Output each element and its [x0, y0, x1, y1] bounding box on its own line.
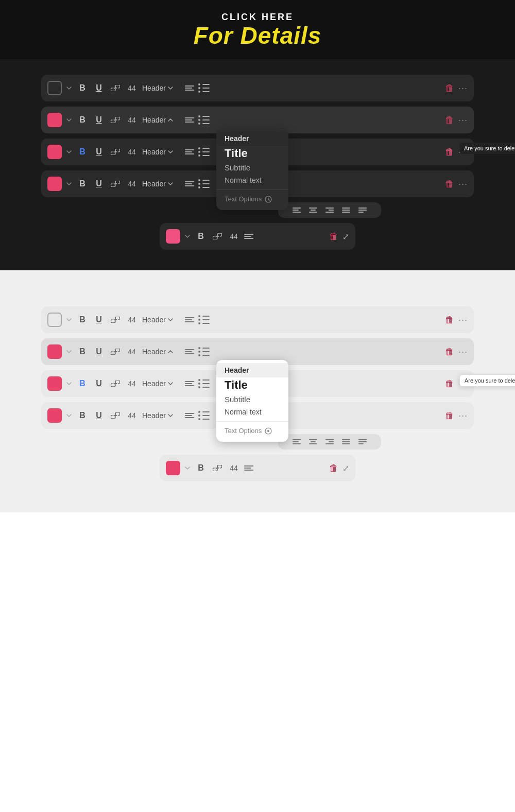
light-dropdown-4[interactable]: Header [142, 411, 181, 420]
light-more-4[interactable]: ··· [458, 410, 468, 421]
light-dropdown-options[interactable]: Text Options [216, 424, 288, 439]
light-bold-1[interactable]: B [76, 315, 89, 324]
light-color-swatch-1[interactable] [47, 313, 62, 327]
light-dropdown-normal[interactable]: Normal text [216, 405, 288, 419]
dropdown-subtitle-option[interactable]: Subtitle [216, 162, 288, 173]
align-center-option-light[interactable] [309, 439, 317, 444]
short-delete-dark[interactable]: 🗑 [329, 231, 338, 242]
bold-button-1[interactable]: B [76, 83, 89, 93]
list-icon-3[interactable] [198, 147, 210, 157]
color-swatch-3[interactable] [47, 145, 62, 159]
light-align-4[interactable] [185, 413, 194, 418]
light-list-4[interactable] [198, 411, 210, 420]
short-align-light[interactable] [244, 465, 253, 471]
align-left-icon-3[interactable] [185, 149, 194, 154]
light-color-swatch-3[interactable] [47, 376, 62, 391]
light-more-1[interactable]: ··· [458, 315, 468, 325]
align-left-icon-2[interactable] [185, 117, 194, 123]
light-dropdown-header[interactable]: Header [216, 363, 288, 377]
align-left-option-dark[interactable] [293, 208, 301, 213]
light-link-2[interactable] [109, 349, 122, 355]
underline-button-1[interactable]: U [93, 83, 105, 93]
list-icon-4[interactable] [198, 179, 210, 188]
light-align-1[interactable] [185, 317, 194, 322]
bold-button-2[interactable]: B [76, 115, 89, 125]
more-button-2[interactable]: ··· [458, 115, 468, 126]
link-button-4[interactable] [109, 181, 122, 187]
dropdown-header-option[interactable]: Header [216, 131, 288, 146]
chevron-down-icon-3[interactable] [66, 149, 72, 155]
style-dropdown-4[interactable]: Header [142, 180, 181, 188]
font-size-4[interactable]: 44 [126, 180, 138, 188]
light-delete-2[interactable]: 🗑 [445, 347, 454, 357]
short-link-light[interactable] [211, 465, 224, 471]
short-align-dark[interactable] [244, 234, 253, 239]
align-distribute-option-dark[interactable] [358, 208, 367, 213]
short-color-swatch-dark[interactable] [166, 229, 180, 244]
align-right-option-dark[interactable] [325, 208, 334, 213]
align-justify-option-dark[interactable] [342, 208, 350, 213]
font-size-1[interactable]: 44 [126, 84, 138, 92]
light-bold-4[interactable]: B [76, 411, 89, 420]
short-delete-light[interactable]: 🗑 [329, 463, 338, 474]
style-dropdown-2[interactable]: Header [142, 116, 181, 124]
short-chevron-dark[interactable] [184, 233, 191, 239]
light-size-1[interactable]: 44 [126, 316, 138, 324]
link-button-1[interactable] [109, 85, 122, 91]
light-bold-2[interactable]: B [76, 347, 89, 356]
underline-button-4[interactable]: U [93, 179, 105, 188]
delete-button-2[interactable]: 🗑 [445, 115, 454, 126]
style-dropdown-3[interactable]: Header [142, 148, 181, 156]
light-dropdown-2[interactable]: Header [142, 348, 181, 356]
light-underline-4[interactable]: U [93, 411, 105, 420]
light-dropdown-title[interactable]: Title [216, 377, 288, 394]
light-color-swatch-4[interactable] [47, 408, 62, 423]
light-size-4[interactable]: 44 [126, 411, 138, 420]
light-dropdown-subtitle[interactable]: Subtitle [216, 394, 288, 405]
align-left-icon-4[interactable] [185, 181, 194, 186]
light-list-2[interactable] [198, 347, 210, 356]
list-icon-2[interactable] [198, 115, 210, 125]
short-link-dark[interactable] [211, 233, 224, 239]
short-expand-light[interactable]: ⤢ [342, 463, 349, 473]
light-link-4[interactable] [109, 412, 122, 419]
color-swatch-1[interactable] [47, 81, 62, 95]
bold-button-3[interactable]: B [76, 147, 89, 157]
underline-button-3[interactable]: U [93, 147, 105, 157]
light-link-3[interactable] [109, 381, 122, 387]
align-left-option-light[interactable] [293, 439, 301, 444]
light-underline-2[interactable]: U [93, 347, 105, 356]
light-dropdown-3[interactable]: Header [142, 379, 181, 388]
delete-button-4[interactable]: 🗑 [445, 179, 454, 189]
link-button-3[interactable] [109, 149, 122, 155]
banner[interactable]: CLICK HERE For Details [0, 0, 515, 59]
font-size-3[interactable]: 44 [126, 148, 138, 156]
align-center-option-dark[interactable] [309, 208, 317, 213]
dropdown-normal-option[interactable]: Normal text [216, 173, 288, 187]
light-underline-1[interactable]: U [93, 315, 105, 324]
short-size-light[interactable]: 44 [228, 464, 240, 472]
light-delete-1[interactable]: 🗑 [445, 315, 454, 325]
chevron-down-icon-1[interactable] [66, 85, 72, 91]
color-swatch-4[interactable] [47, 177, 62, 191]
light-color-swatch-2[interactable] [47, 344, 62, 359]
light-link-1[interactable] [109, 317, 122, 323]
dropdown-title-option[interactable]: Title [216, 146, 288, 162]
style-dropdown-menu-dark[interactable]: Header Title Subtitle Normal text Text O… [216, 128, 288, 210]
bold-button-4[interactable]: B [76, 179, 89, 188]
align-left-icon-1[interactable] [185, 85, 194, 91]
style-dropdown-menu-light[interactable]: Header Title Subtitle Normal text Text O… [216, 360, 288, 442]
more-button-4[interactable]: ··· [458, 179, 468, 189]
align-right-option-light[interactable] [325, 439, 334, 444]
link-button-2[interactable] [109, 117, 122, 123]
light-align-2[interactable] [185, 349, 194, 354]
light-dropdown-1[interactable]: Header [142, 316, 181, 324]
light-delete-3[interactable]: 🗑 Are you sure to delete this text? [445, 378, 454, 389]
light-list-3[interactable] [198, 379, 210, 388]
light-size-2[interactable]: 44 [126, 348, 138, 356]
light-more-2[interactable]: ··· [458, 347, 468, 357]
color-swatch-2[interactable] [47, 113, 62, 127]
light-chevron-3[interactable] [66, 381, 72, 387]
style-dropdown-1[interactable]: Header [142, 84, 181, 92]
short-size-dark[interactable]: 44 [228, 232, 240, 240]
